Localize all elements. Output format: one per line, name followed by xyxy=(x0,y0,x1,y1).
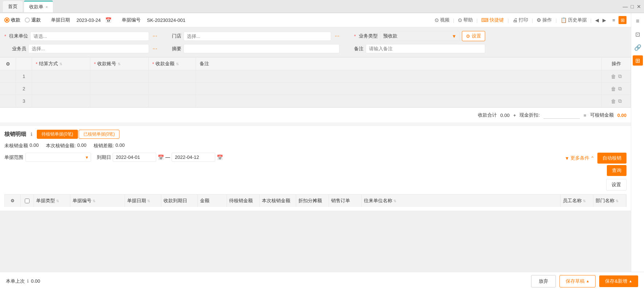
row1-copy-icon[interactable]: ⧉ xyxy=(618,73,622,79)
tab-active[interactable]: 收款单 × xyxy=(24,1,53,12)
minimize-btn[interactable]: — xyxy=(623,4,628,9)
sort-type-icon: ⇅ xyxy=(56,199,59,203)
sidebar-table-icon[interactable]: ≡ xyxy=(633,16,643,26)
partner-input[interactable] xyxy=(30,32,149,41)
settings-btn[interactable]: ⚙ 设置 xyxy=(462,31,485,41)
shop-more-btn[interactable]: ··· xyxy=(335,33,339,39)
shop-label: 门店 xyxy=(172,33,181,39)
diff-label: 核销差额: xyxy=(94,142,114,149)
row1-delete-icon[interactable]: 🗑 xyxy=(611,74,616,79)
cal-to-icon[interactable]: 📅 xyxy=(217,154,223,160)
row2-delete-icon[interactable]: 🗑 xyxy=(611,86,616,92)
maximize-btn[interactable]: □ xyxy=(631,4,634,9)
note-field: 备注 xyxy=(354,44,485,53)
col-settings-header[interactable]: ⚙ xyxy=(0,58,16,70)
save-new-btn[interactable]: 保存&新增 ▲ xyxy=(599,275,638,287)
form-area: * 往来单位 ··· 门店 ··· * 业务类型 预收款 ▼ ⚙ 设置 xyxy=(0,27,631,57)
range-filter: 单据范围 ▼ xyxy=(4,153,91,162)
total-value: 0.00 xyxy=(500,113,510,118)
row2-copy-icon[interactable]: ⧉ xyxy=(618,86,622,92)
discount-input[interactable] xyxy=(543,111,580,119)
row3-delete-icon[interactable]: 🗑 xyxy=(611,98,616,104)
row3-amount[interactable] xyxy=(149,95,196,107)
note-input[interactable] xyxy=(366,44,485,53)
staff-field: 业务员 ··· xyxy=(4,44,157,53)
row2-settle[interactable] xyxy=(32,83,90,95)
due-to-input[interactable] xyxy=(172,153,215,162)
shortcut-btn[interactable]: ⌨ 快捷键 xyxy=(481,17,504,23)
history-btn[interactable]: 📋 历史单据 xyxy=(561,17,587,23)
select-all-checkbox[interactable] xyxy=(25,199,30,203)
next-btn[interactable]: ▶ xyxy=(602,17,606,23)
video-btn[interactable]: ⊙ 视频 xyxy=(435,17,449,23)
row3-settle[interactable] xyxy=(32,95,90,107)
cal-from-icon[interactable]: 📅 xyxy=(158,154,164,160)
section-divider xyxy=(0,122,631,126)
radio-refund[interactable]: 退款 xyxy=(25,17,41,23)
sidebar-clipboard-icon[interactable]: ⊞ xyxy=(633,55,643,66)
sort-num-icon: ⇅ xyxy=(93,199,95,203)
staff-more-btn[interactable]: ··· xyxy=(153,46,157,52)
range-select[interactable] xyxy=(25,153,91,162)
row2-amount[interactable] xyxy=(149,83,196,95)
sort-partner-icon: ⇅ xyxy=(393,199,396,203)
operation-btn[interactable]: ⚙ 操作 xyxy=(537,17,552,23)
summary-row: 收款合计 0.00 + 现金折扣: = 可核销金额 0.00 xyxy=(0,107,631,122)
row2-account[interactable] xyxy=(90,83,149,95)
radio-receive[interactable]: 收款 xyxy=(4,17,20,23)
help-btn[interactable]: ⊙ 帮助 xyxy=(458,17,473,23)
sort-account-icon: ⇅ xyxy=(118,62,121,66)
due-from-input[interactable] xyxy=(113,153,156,162)
row1-note[interactable] xyxy=(196,70,602,82)
bottom-value: 0.00 xyxy=(31,278,40,284)
view-grid-btn[interactable]: ⊞ xyxy=(619,16,627,24)
row3-note[interactable] xyxy=(196,95,602,107)
diff-value: 0.00 xyxy=(115,142,125,149)
summary-field: 摘要 xyxy=(172,44,339,53)
more-conditions-btn[interactable]: ▼ 更多条件 ⌃ xyxy=(565,155,594,161)
row3-copy-icon[interactable]: ⧉ xyxy=(618,98,622,104)
summary-input[interactable] xyxy=(184,44,339,53)
date-picker-icon[interactable]: 📅 xyxy=(105,17,111,23)
tab-pending[interactable]: 待核销单据(0笔) xyxy=(37,130,78,139)
view-list-btn[interactable]: ≡ xyxy=(610,16,618,24)
close-btn[interactable]: ✕ xyxy=(637,4,641,9)
row2-note[interactable] xyxy=(196,83,602,95)
row1-account[interactable] xyxy=(90,70,149,82)
writeoff-settings-btn[interactable]: 设置 xyxy=(606,179,627,191)
sort-amount-icon: ⇅ xyxy=(176,62,179,66)
writeoff-info-icon[interactable]: ℹ xyxy=(31,132,32,137)
row1-settle[interactable] xyxy=(32,70,90,82)
row1-amount[interactable] xyxy=(149,70,196,82)
sidebar-link-icon[interactable]: 🔗 xyxy=(633,42,643,52)
history-icon: 📋 xyxy=(561,17,567,23)
wth-partner: 往来单位名称 ⇅ xyxy=(362,195,561,207)
date-value[interactable]: 2023-03-24 xyxy=(76,17,101,23)
partner-more-btn[interactable]: ··· xyxy=(153,33,157,39)
print-btn[interactable]: 🖨 打印 xyxy=(513,17,528,23)
tab-done[interactable]: 已核销单据(0笔) xyxy=(79,130,120,139)
number-value[interactable]: SK-20230324-001 xyxy=(147,17,186,23)
row3-account[interactable] xyxy=(90,95,149,107)
save-draft-btn[interactable]: 保存草稿 ▲ xyxy=(559,275,596,287)
auto-writeoff-btn[interactable]: 自动核销 xyxy=(597,153,627,164)
bottom-info-icon[interactable]: ℹ xyxy=(27,278,29,284)
query-btn[interactable]: 查询 xyxy=(607,165,627,176)
available-label: 可核销金额 xyxy=(590,112,614,118)
prev-btn[interactable]: ◀ xyxy=(595,17,599,23)
range-label: 单据范围 xyxy=(4,154,23,161)
writeoff-tabs: 待核销单据(0笔) 已核销单据(0笔) xyxy=(37,130,119,139)
tab-home[interactable]: 首页 xyxy=(3,1,23,12)
sidebar-window-icon[interactable]: ⊡ xyxy=(633,29,643,39)
discard-btn[interactable]: 放弃 xyxy=(531,275,556,287)
dropdown-icon[interactable]: ▼ xyxy=(452,34,456,39)
tab-close-icon[interactable]: × xyxy=(46,5,48,9)
print-icon: 🖨 xyxy=(513,17,518,23)
uncancelled-value: 0.00 xyxy=(30,142,39,149)
staff-input[interactable] xyxy=(28,44,149,53)
wth-settings[interactable]: ⚙ xyxy=(5,195,21,207)
date-range-filter: 到期日 📅 — 📅 xyxy=(97,153,223,162)
wth-check[interactable] xyxy=(21,195,34,207)
row2-num: 2 xyxy=(16,83,32,95)
shop-input[interactable] xyxy=(184,32,331,41)
